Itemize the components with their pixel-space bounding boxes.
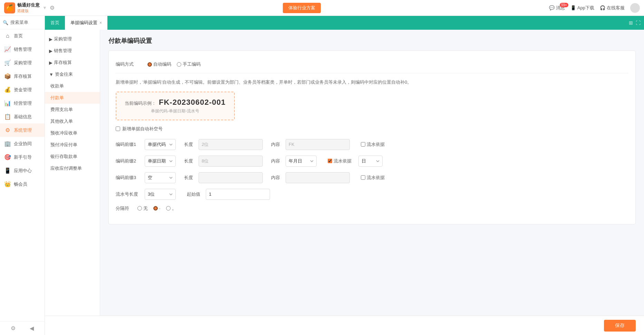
sidebar-item-guide[interactable]: 🎯 新手引导 <box>0 150 45 164</box>
sub-group-capital[interactable]: ▼ 资金往来 <box>45 68 100 80</box>
prefix3-length-input <box>199 172 263 183</box>
serial-start-input[interactable] <box>206 189 270 200</box>
auto-fill-checkbox[interactable] <box>116 127 120 131</box>
tab-current[interactable]: 单据编码设置 × <box>65 16 107 30</box>
sub-item-payment[interactable]: 付款单 <box>45 92 100 104</box>
sep-other-option[interactable]: 。 <box>166 205 176 212</box>
prefix1-serial-checkbox[interactable] <box>361 142 365 147</box>
sidebar-item-inventory[interactable]: 📦 库存核算 <box>0 69 45 83</box>
arrow-down-icon: ▼ <box>49 72 54 77</box>
serial-start-label: 起始值 <box>187 191 200 197</box>
sub-item-other-income[interactable]: 其他收入单 <box>45 115 100 127</box>
tab-fullscreen-icon[interactable]: ⛶ <box>636 20 641 26</box>
sub-group-sales[interactable]: ▶ 销售管理 <box>45 45 100 57</box>
sub-item-adjust[interactable]: 应收应付调整单 <box>45 162 100 174</box>
prefix2-content-select[interactable]: 年月日 <box>286 156 317 167</box>
sub-item-prepay-receivable[interactable]: 预收冲应收单 <box>45 127 100 139</box>
tab-controls: ⊞ ⛶ <box>625 16 644 30</box>
prefix2-length-input <box>199 156 263 167</box>
sidebar-item-finance[interactable]: 💰 资金管理 <box>0 83 45 96</box>
prefix3-serial-check[interactable]: 流水依据 <box>361 175 385 181</box>
breadcrumb: ▼ <box>42 5 47 10</box>
sub-item-prepay-payable[interactable]: 预付冲应付单 <box>45 139 100 151</box>
sidebar-item-home[interactable]: ⌂ 首页 <box>0 29 45 43</box>
tab-expand-icon[interactable]: ⊞ <box>629 20 633 26</box>
message-icon: 💬 <box>549 5 555 10</box>
sub-item-bank[interactable]: 银行存取款单 <box>45 151 100 162</box>
bottom-bar: 保存 <box>45 316 644 335</box>
prefix2-day-select[interactable]: 日 <box>358 156 383 167</box>
sub-sidebar: ▶ 采购管理 ▶ 销售管理 ▶ 库存核算 ▼ 资金往来 收款单 付款单 费用支出… <box>45 30 100 316</box>
auto-code-radio[interactable] <box>147 62 152 67</box>
basic-icon: 📋 <box>4 113 11 120</box>
sidebar-item-system[interactable]: ⚙ 系统管理 <box>0 123 45 137</box>
tab-close-icon[interactable]: × <box>99 20 102 25</box>
gear-icon[interactable]: ⚙ <box>50 4 55 11</box>
sep-dot-radio[interactable] <box>153 206 158 211</box>
prefix2-content-label: 内容 <box>271 158 280 164</box>
prefix3-serial-checkbox[interactable] <box>361 175 365 180</box>
online-service[interactable]: 🎧 在线客服 <box>600 5 625 11</box>
service-icon: 🎧 <box>600 5 605 10</box>
serial-row: 流水号长度 3位 起始值 <box>116 189 628 200</box>
sidebar-item-member[interactable]: 👑 畅会员 <box>0 177 45 191</box>
sidebar-item-sales[interactable]: 📈 销售管理 <box>0 43 45 56</box>
user-avatar[interactable] <box>630 3 640 13</box>
content-area: 首页 单据编码设置 × ⊞ ⛶ ▶ 采购管理 ▶ 销售管 <box>45 16 644 335</box>
serial-length-label: 流水号长度 <box>116 191 139 197</box>
tab-spacer <box>107 16 625 30</box>
sub-item-expense[interactable]: 费用支出单 <box>45 104 100 115</box>
tab-home[interactable]: 首页 <box>45 16 65 30</box>
auto-code-option[interactable]: 自动编码 <box>147 61 171 67</box>
collapse-icon[interactable]: ◀ <box>30 325 34 332</box>
sidebar-item-apps[interactable]: 📱 应用中心 <box>0 164 45 177</box>
enterprise-icon: 🏢 <box>4 140 11 147</box>
sub-item-receipt[interactable]: 收款单 <box>45 80 100 92</box>
save-button[interactable]: 保存 <box>604 320 636 332</box>
sep-none-option[interactable]: 无 <box>137 205 148 212</box>
sub-group-purchase[interactable]: ▶ 采购管理 <box>45 33 100 45</box>
system-icon: ⚙ <box>4 127 11 133</box>
apps-icon: 📱 <box>4 167 11 174</box>
settings-bottom-icon[interactable]: ⚙ <box>11 325 16 332</box>
prefix2-select[interactable]: 单据日期 <box>145 156 176 167</box>
sidebar-item-operations[interactable]: 📊 经营管理 <box>0 96 45 110</box>
top-bar-left: 🍊 畅通好生意 搭建版 ▼ ⚙ <box>4 2 55 13</box>
home-icon: ⌂ <box>4 33 11 39</box>
sep-dot-option[interactable]: · <box>153 206 161 211</box>
sidebar-item-basic[interactable]: 📋 基础信息 <box>0 110 45 123</box>
sales-icon: 📈 <box>4 46 11 53</box>
sub-layout: ▶ 采购管理 ▶ 销售管理 ▶ 库存核算 ▼ 资金往来 收款单 付款单 费用支出… <box>45 30 644 316</box>
sidebar-item-purchase[interactable]: 🛒 采购管理 <box>0 56 45 69</box>
preview-sub: 单据代码-单据日期-流水号 <box>125 108 226 114</box>
prefix3-content-input <box>286 172 350 183</box>
sidebar-item-enterprise[interactable]: 🏢 企业协同 <box>0 137 45 150</box>
message-area[interactable]: 💬 消息 99+ <box>549 5 565 11</box>
search-menu[interactable]: 🔍 搜索菜单 <box>0 16 45 29</box>
coding-method-radio-group: 自动编码 手工编码 <box>147 61 201 67</box>
finance-icon: 💰 <box>4 86 11 93</box>
top-bar-center: 体验行业方案 <box>283 3 321 13</box>
manual-code-radio[interactable] <box>177 62 181 67</box>
prefix2-serial-check[interactable]: 流水依据 <box>328 158 352 164</box>
serial-length-select[interactable]: 3位 <box>145 189 176 200</box>
app-icon: 📱 <box>570 5 576 10</box>
prefix1-length-label: 长度 <box>184 141 193 148</box>
prefix1-length-input <box>199 139 263 150</box>
prefix3-content-label: 内容 <box>271 175 280 181</box>
prefix3-select[interactable]: 空 <box>145 172 176 183</box>
prefix1-select[interactable]: 单据代码 <box>145 139 176 150</box>
experience-button[interactable]: 体验行业方案 <box>283 3 321 13</box>
sep-other-radio[interactable] <box>166 206 171 211</box>
prefix1-row: 编码前缀1 单据代码 长度 内容 流水依据 <box>116 139 628 150</box>
message-badge: 99+ <box>560 3 568 7</box>
manual-code-option[interactable]: 手工编码 <box>177 61 201 67</box>
prefix1-content-input <box>286 139 350 150</box>
prefix2-serial-checkbox[interactable] <box>328 159 332 163</box>
app-download[interactable]: 📱 App下载 <box>570 5 594 11</box>
sub-group-inventory[interactable]: ▶ 库存核算 <box>45 57 100 68</box>
preview-label: 当前编码示例： <box>125 100 156 106</box>
sep-none-radio[interactable] <box>137 206 142 211</box>
sidebar: 🔍 搜索菜单 ⌂ 首页 📈 销售管理 🛒 采购管理 📦 库存核算 💰 资金管理 … <box>0 16 45 335</box>
prefix1-serial-check[interactable]: 流水依据 <box>361 141 385 148</box>
